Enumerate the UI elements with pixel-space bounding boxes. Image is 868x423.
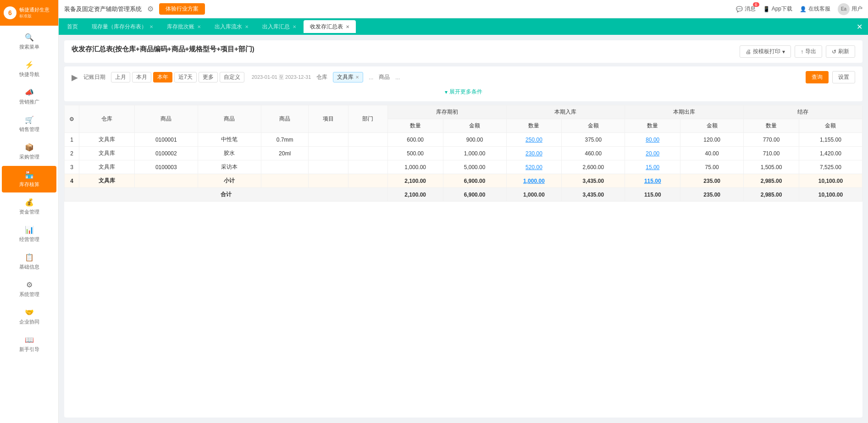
sidebar-item-9[interactable]: ⚙系统管理 <box>2 276 56 302</box>
print-button[interactable]: 🖨 按模板打印 ▾ <box>740 45 791 58</box>
export-button[interactable]: ↑ 导出 <box>795 45 822 58</box>
logo-badge: 标准版 <box>19 13 50 19</box>
tab-inout-flow[interactable]: 出入库流水 ✕ <box>208 20 255 33</box>
page-header-row: 收发存汇总表(按仓库+商品编码+商品+规格型号+项目+部门) 🖨 按模板打印 ▾… <box>64 40 862 63</box>
sidebar-item-5[interactable]: 🏪库存核算 <box>2 166 56 192</box>
col-opening-qty: 数量 <box>387 119 443 133</box>
sidebar-item-3[interactable]: 🛒销售管理 <box>2 111 56 137</box>
export-icon: ↑ <box>801 49 803 55</box>
topbar: 装备及固定资产辅助管理系统 ⚙ 体验行业方案 💬 消息 6 📱 App下载 👤 … <box>59 0 868 18</box>
warehouse-tag-close[interactable]: ✕ <box>355 75 359 80</box>
sidebar-item-1[interactable]: ⚡快捷导航 <box>2 56 56 82</box>
cell-in-qty-1[interactable]: 230.00 <box>506 147 562 160</box>
print-label: 按模板打印 <box>753 48 780 55</box>
cell-spec-2 <box>261 160 309 174</box>
cell-in-qty-0[interactable]: 250.00 <box>506 133 562 147</box>
cell-out-qty-1[interactable]: 20.00 <box>625 147 680 160</box>
date-group: 上月 本月 本年 近7天 更多 自定义 <box>111 72 244 82</box>
sidebar-item-8[interactable]: 📋基础信息 <box>2 248 56 275</box>
cell-in-qty-3[interactable]: 1,000.00 <box>506 174 562 188</box>
filter-expand-arrow[interactable]: ▶ <box>72 72 78 82</box>
cell-out-amt-3: 235.00 <box>680 174 744 188</box>
sidebar-item-7[interactable]: 📊经营管理 <box>2 221 56 247</box>
cell-project-0 <box>309 133 348 147</box>
tab-recv-send-summary[interactable]: 收发存汇总表 ✕ <box>304 20 356 33</box>
date-btn-more[interactable]: 更多 <box>199 72 218 82</box>
cell-balance-qty-0: 770.00 <box>744 133 799 147</box>
query-button[interactable]: 查询 <box>806 71 829 83</box>
app-download-label: App下载 <box>772 5 792 13</box>
cell-out-amt-1: 40.00 <box>680 147 744 160</box>
expand-icon: ▾ <box>445 89 448 95</box>
app-download-item[interactable]: 📱 App下载 <box>763 5 792 13</box>
col-dept-header: 部门 <box>348 105 387 133</box>
data-table: ⚙ 仓库 商品 商品 商品 项目 部门 库存期初 本期入库 本期出库 结存 数量 <box>64 105 862 202</box>
user-item[interactable]: Ea 用户 <box>838 3 862 15</box>
tab-inout-flow-label: 出入库流水 <box>215 23 242 31</box>
cell-out-qty-2[interactable]: 15.00 <box>625 160 680 174</box>
tab-batch-label: 库存批次账 <box>167 23 194 31</box>
cell-code-2: 0100003 <box>134 160 198 174</box>
tab-inout-summary[interactable]: 出入库汇总 ✕ <box>256 20 303 33</box>
col-spec-header: 商品 <box>261 105 309 133</box>
col-in-qty: 数量 <box>506 119 562 133</box>
date-btn-this-year[interactable]: 本年 <box>153 72 172 82</box>
cell-name-1: 胶水 <box>198 147 261 160</box>
experience-button[interactable]: 体验行业方案 <box>159 3 205 15</box>
cell-out-qty-0[interactable]: 80.00 <box>625 133 680 147</box>
sidebar-item-2[interactable]: 📣营销推广 <box>2 83 56 110</box>
date-btn-7days[interactable]: 近7天 <box>174 72 197 82</box>
tab-stock-dist[interactable]: 现存量（库存分布表） ✕ <box>85 20 160 33</box>
col-opening-amt: 金额 <box>443 119 506 133</box>
cell-project-1 <box>309 147 348 160</box>
tab-batch[interactable]: 库存批次账 ✕ <box>160 20 207 33</box>
sidebar-item-0[interactable]: 🔍搜索菜单 <box>2 28 56 55</box>
cell-in-amt-0: 375.00 <box>562 133 625 147</box>
tab-stock-dist-close[interactable]: ✕ <box>149 24 153 29</box>
table-area: ⚙ 仓库 商品 商品 商品 项目 部门 库存期初 本期入库 本期出库 结存 数量 <box>64 105 862 418</box>
tab-batch-close[interactable]: ✕ <box>197 24 201 29</box>
cell-num-0: 1 <box>65 133 79 147</box>
table-footer: 合计 2,100.00 6,900.00 1,000.00 3,435.00 1… <box>65 188 862 202</box>
goods-more[interactable]: ... <box>395 74 400 81</box>
tab-recv-send-summary-close[interactable]: ✕ <box>346 24 349 29</box>
col-project-header: 项目 <box>309 105 348 133</box>
cell-code-1: 0100002 <box>134 147 198 160</box>
sidebar-item-6[interactable]: 💰资金管理 <box>2 193 56 220</box>
footer-out-amt: 235.00 <box>680 188 744 202</box>
notification-count: 6 <box>753 2 759 7</box>
tab-inout-flow-close[interactable]: ✕ <box>245 24 249 29</box>
expand-conditions-button[interactable]: ▾ 展开更多条件 <box>441 87 486 97</box>
tab-inout-summary-close[interactable]: ✕ <box>293 24 296 29</box>
col-out-qty: 数量 <box>625 119 680 133</box>
cell-opening-qty-3: 2,100.00 <box>387 174 443 188</box>
tabbar-close-icon[interactable]: ✕ <box>853 22 866 31</box>
sidebar-item-4[interactable]: 📦采购管理 <box>2 138 56 165</box>
sidebar-logo: 6 畅捷通好生意 标准版 <box>0 0 58 26</box>
settings-icon[interactable]: ⚙ <box>147 5 154 13</box>
print-icon: 🖨 <box>746 49 751 55</box>
cell-balance-amt-0: 1,155.00 <box>799 133 862 147</box>
notification-item[interactable]: 💬 消息 6 <box>736 5 756 13</box>
table-settings-col[interactable]: ⚙ <box>65 105 79 133</box>
online-service-item[interactable]: 👤 在线客服 <box>800 5 830 13</box>
tab-inout-summary-label: 出入库汇总 <box>262 23 290 31</box>
tab-home[interactable]: 首页 <box>61 20 84 33</box>
filter-row-2: ▾ 展开更多条件 <box>72 87 855 97</box>
refresh-button[interactable]: ↺ 刷新 <box>826 45 855 58</box>
cell-name-2: 采访本 <box>198 160 261 174</box>
cell-opening-amt-0: 900.00 <box>443 133 506 147</box>
cell-out-qty-3[interactable]: 115.00 <box>625 174 680 188</box>
warehouse-more[interactable]: ... <box>369 74 373 81</box>
col-code-header: 商品 <box>134 105 198 133</box>
date-btn-last-month[interactable]: 上月 <box>111 72 130 82</box>
cell-warehouse-2: 文具库 <box>79 160 135 174</box>
col-name-header: 商品 <box>198 105 261 133</box>
cell-in-qty-2[interactable]: 520.00 <box>506 160 562 174</box>
date-btn-this-month[interactable]: 本月 <box>132 72 151 82</box>
logo-icon: 6 <box>4 6 17 19</box>
settings-filter-button[interactable]: 设置 <box>832 71 855 83</box>
date-btn-custom[interactable]: 自定义 <box>220 72 244 82</box>
sidebar-item-11[interactable]: 📖新手引导 <box>2 331 56 357</box>
sidebar-item-10[interactable]: 🤝企业协同 <box>2 303 56 330</box>
